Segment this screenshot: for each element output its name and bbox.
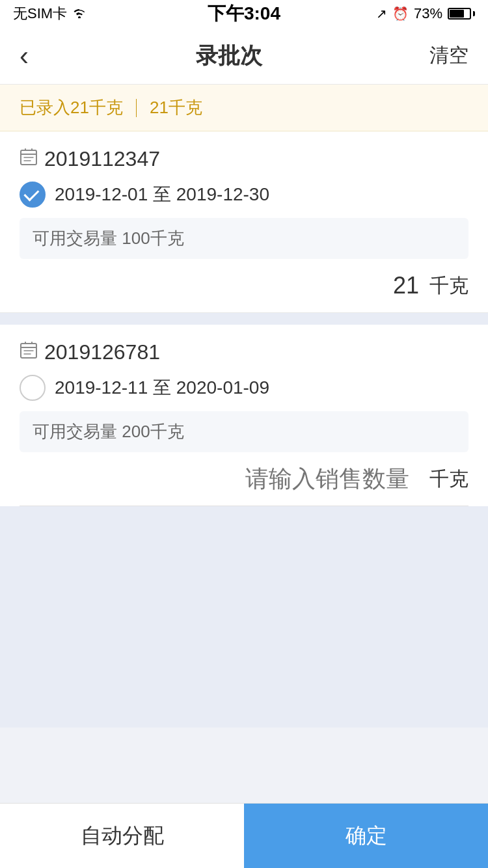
batch-2-quantity: 可用交易量 200千克 [20,411,468,452]
summary-divider [136,99,137,117]
confirm-button[interactable]: 确定 [244,804,488,868]
batch-2-icon [20,341,38,364]
batch-1-id: 2019112347 [44,147,160,171]
batch-1-amount-unit: 千克 [429,273,468,299]
location-icon: ↗ [376,6,387,21]
empty-area [0,506,488,727]
batch-2-amount-unit: 千克 [429,466,468,493]
batch-1-radio[interactable] [20,182,46,208]
batch-2-date-row[interactable]: 2019-12-11 至 2020-01-09 [0,364,488,411]
batch-1-date-row[interactable]: 2019-12-01 至 2019-12-30 [0,171,488,218]
status-right: ↗ ⏰ 73% [376,5,475,22]
batch-1-amount-row: 21 千克 [0,259,488,313]
batch-2-amount-input[interactable] [224,465,419,493]
carrier-text: 无SIM卡 [13,4,67,23]
status-bar: 无SIM卡 下午3:04 ↗ ⏰ 73% [0,0,488,27]
battery-icon [448,8,475,20]
section-gap-1 [0,313,488,325]
batch-1-quantity-text: 可用交易量 100千克 [33,228,184,248]
batch-1-header: 2019112347 [0,131,488,171]
batch-2-date: 2019-12-11 至 2020-01-09 [55,375,269,400]
clear-button[interactable]: 清空 [429,42,468,69]
status-left: 无SIM卡 [13,4,87,23]
batch-1-date: 2019-12-01 至 2019-12-30 [55,182,269,207]
bottom-bar: 自动分配 确定 [0,803,488,868]
batch-1-icon [20,148,38,170]
summary-bar: 已录入21千克 21千克 [0,85,488,131]
wifi-icon [72,5,87,22]
nav-bar: ‹ 录批次 清空 [0,27,488,85]
batch-card-2: 2019126781 2019-12-11 至 2020-01-09 可用交易量… [0,325,488,506]
status-time: 下午3:04 [208,1,280,26]
batch-1-quantity: 可用交易量 100千克 [20,218,468,259]
batch-2-input-wrapper[interactable]: 千克 [0,452,488,506]
batch-card-1: 2019112347 2019-12-01 至 2019-12-30 可用交易量… [0,131,488,313]
auto-distribute-button[interactable]: 自动分配 [0,804,244,868]
batch-2-header: 2019126781 [0,325,488,364]
batch-2-radio[interactable] [20,375,46,401]
summary-label: 已录入21千克 [20,96,123,119]
nav-title: 录批次 [196,41,262,71]
summary-value: 21千克 [150,96,202,119]
alarm-icon: ⏰ [392,6,409,21]
batch-2-quantity-text: 可用交易量 200千克 [33,422,184,441]
back-button[interactable]: ‹ [20,40,29,72]
batch-2-id: 2019126781 [44,340,160,364]
battery-percent: 73% [414,5,442,22]
batch-1-amount-value: 21 [393,272,419,299]
